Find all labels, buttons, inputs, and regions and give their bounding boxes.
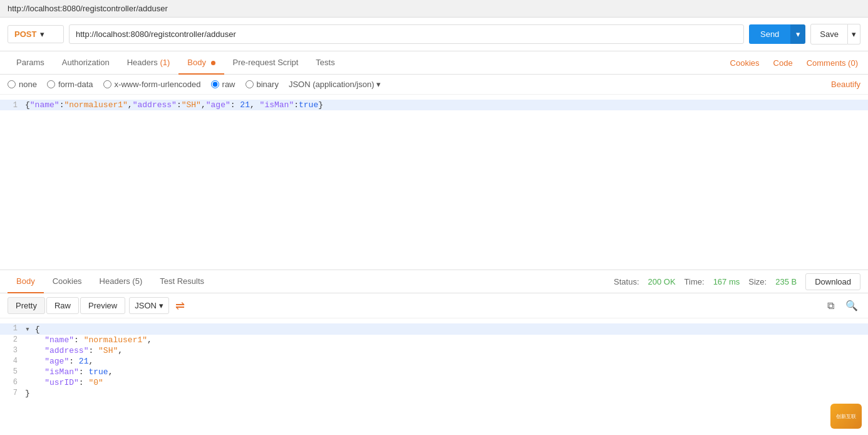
tab-authorization[interactable]: Authorization — [53, 51, 118, 75]
copy-icon[interactable]: ⧉ — [825, 297, 837, 314]
response-tab-cookies[interactable]: Cookies — [44, 270, 91, 293]
resp-line-6: 6 "usrID": "0" — [0, 377, 868, 388]
method-chevron-icon: ▾ — [40, 29, 44, 39]
send-label: Send — [760, 29, 779, 39]
option-binary[interactable]: binary — [245, 80, 279, 89]
wrap-button[interactable]: ⇌ — [175, 299, 185, 313]
resp-line-7: 7 } — [0, 388, 868, 399]
download-button[interactable]: Download — [805, 273, 860, 290]
url-input[interactable] — [69, 24, 744, 44]
resp-line-2: 2 "name": "normaluser1", — [0, 335, 868, 345]
json-type-selector[interactable]: JSON (application/json) ▾ — [289, 80, 381, 89]
send-group: Send ▾ — [749, 24, 805, 44]
wrap-icon: ⇌ — [175, 300, 185, 312]
format-dropdown[interactable]: JSON ▾ — [129, 297, 169, 314]
tab-cookies-link[interactable]: Cookies — [728, 52, 762, 74]
right-icons: ⧉ 🔍 — [825, 297, 860, 314]
raw-button[interactable]: Raw — [46, 297, 79, 314]
json-type-chevron-icon: ▾ — [376, 80, 381, 89]
request-tabs: Params Authorization Headers (1) Body Pr… — [0, 51, 868, 75]
resp-line-4: 4 "age": 21, — [0, 356, 868, 367]
tab-comments-link[interactable]: Comments (0) — [804, 52, 860, 74]
response-body: 1 ▾ { 2 "name": "normaluser1", 3 "addres… — [0, 318, 868, 404]
browser-url-bar: http://localhost:8080/registcontroller/a… — [0, 0, 868, 18]
tab-body[interactable]: Body — [178, 51, 224, 75]
format-chevron-icon: ▾ — [159, 301, 163, 310]
save-dropdown-button[interactable]: ▾ — [848, 24, 860, 45]
method-text: POST — [14, 29, 36, 39]
browser-url-text: http://localhost:8080/registcontroller/a… — [8, 4, 168, 13]
save-label: Save — [820, 29, 839, 39]
send-dropdown-button[interactable]: ▾ — [790, 24, 805, 44]
save-button[interactable]: Save — [810, 24, 848, 45]
preview-button[interactable]: Preview — [80, 297, 125, 314]
beautify-button[interactable]: Beautify — [831, 80, 860, 89]
tab-headers[interactable]: Headers (1) — [118, 51, 179, 75]
response-header: Body Cookies Headers (5) Test Results St… — [0, 270, 868, 293]
tab-prerequest[interactable]: Pre-request Script — [224, 51, 307, 75]
response-tab-body[interactable]: Body — [8, 270, 44, 293]
option-urlencoded[interactable]: x-www-form-urlencoded — [103, 80, 201, 89]
right-tabs: Cookies Code Comments (0) — [728, 52, 860, 74]
response-toolbar: Pretty Raw Preview JSON ▾ ⇌ ⧉ 🔍 — [0, 293, 868, 318]
request-body-editor[interactable]: 1 {"name":"normaluser1","address":"SH","… — [0, 95, 868, 270]
option-form-data[interactable]: form-data — [47, 80, 93, 89]
method-select[interactable]: POST ▾ — [8, 25, 64, 43]
tab-params[interactable]: Params — [8, 51, 53, 75]
response-status-area: Status: 200 OK Time: 167 ms Size: 235 B … — [614, 273, 860, 290]
response-tab-test-results[interactable]: Test Results — [151, 270, 213, 293]
tab-code-link[interactable]: Code — [771, 52, 795, 74]
search-icon[interactable]: 🔍 — [843, 297, 860, 314]
resp-line-1: 1 ▾ { — [0, 323, 868, 335]
response-tab-headers[interactable]: Headers (5) — [91, 270, 152, 293]
resp-line-3: 3 "address": "SH", — [0, 345, 868, 356]
option-raw[interactable]: raw — [211, 80, 235, 89]
body-dot-indicator — [211, 61, 215, 65]
request-bar: POST ▾ Send ▾ Save ▾ — [0, 18, 868, 51]
tab-tests[interactable]: Tests — [307, 51, 343, 75]
pretty-button[interactable]: Pretty — [8, 297, 45, 314]
resp-line-5: 5 "isMan": true, — [0, 367, 868, 377]
request-code-line-1: 1 {"name":"normaluser1","address":"SH","… — [0, 100, 868, 110]
send-button[interactable]: Send — [749, 24, 790, 44]
save-group: Save ▾ — [810, 24, 860, 45]
body-options: none form-data x-www-form-urlencoded raw… — [0, 75, 868, 95]
option-none[interactable]: none — [8, 80, 37, 89]
